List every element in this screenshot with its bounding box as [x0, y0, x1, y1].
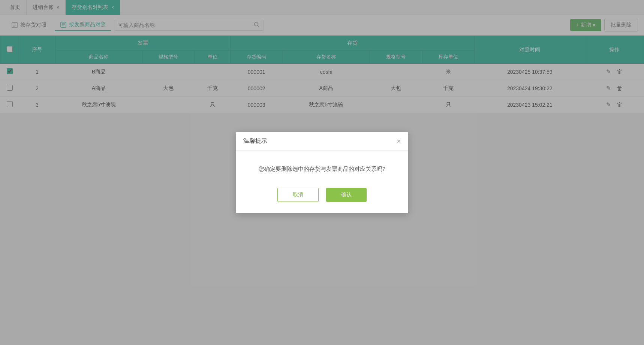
- modal-overlay: 温馨提示 × 您确定要删除选中的存货与发票商品的对应关系吗? 取消 确认: [0, 0, 644, 113]
